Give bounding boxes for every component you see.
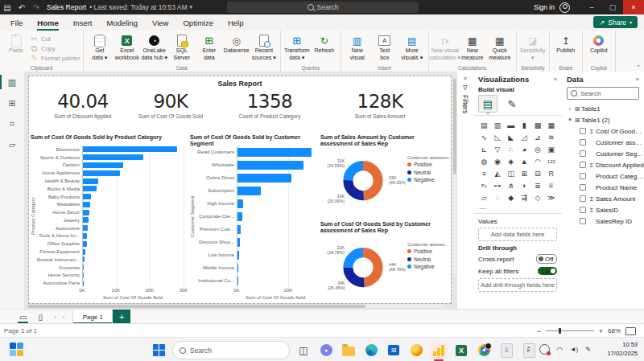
menu-tab-modeling[interactable]: Modeling <box>99 14 145 31</box>
matrix-icon[interactable]: ⊟ <box>531 168 545 178</box>
bar[interactable] <box>83 162 123 168</box>
legend-item[interactable]: Neutral <box>407 256 448 262</box>
legend-item[interactable]: Negative <box>407 177 452 183</box>
filters-pane-collapsed[interactable]: « ∇ Filters <box>457 72 474 312</box>
pen-icon[interactable]: ✎ <box>585 346 591 353</box>
azure-map-icon[interactable]: ▲ <box>518 156 531 166</box>
map-icon[interactable]: ◍ <box>477 156 491 166</box>
bar[interactable] <box>83 146 177 152</box>
report-page[interactable]: Sales Report 40.04Sum of Discount Applie… <box>29 76 451 303</box>
page-tab[interactable]: Page 1 <box>72 310 113 324</box>
tray-expand-icon[interactable]: ⌃ <box>526 346 532 354</box>
bar[interactable] <box>237 238 240 247</box>
goals-icon[interactable]: ♕ <box>544 180 558 191</box>
r-script-icon[interactable]: R <box>544 168 558 178</box>
excel-icon[interactable]: X <box>452 342 470 359</box>
clustered-column-chart-icon[interactable]: ▮ <box>518 120 531 130</box>
save-icon[interactable]: ▤ <box>0 3 14 12</box>
paginated-report-icon[interactable]: ▱ <box>477 192 491 203</box>
chrome-icon[interactable] <box>475 342 493 359</box>
taskbar-clock[interactable]: 10:53 17/02/2025 <box>607 341 638 359</box>
global-search-input[interactable]: Search <box>227 2 419 13</box>
drill-through-field-well[interactable]: Add drill-through fields here <box>478 278 557 292</box>
zoom-out-button[interactable]: − <box>536 327 540 335</box>
get-data-button[interactable]: Getdata ▾ <box>86 32 114 62</box>
field-row[interactable]: ΣProduct Name <box>562 182 644 193</box>
field-checkbox[interactable] <box>580 207 586 213</box>
bar[interactable] <box>83 170 120 176</box>
bar[interactable] <box>83 186 97 191</box>
firefox-icon[interactable] <box>407 342 425 359</box>
kpi-card[interactable]: 90KSum of Cost Of Goods Sold <box>122 92 219 119</box>
file-explorer-icon[interactable] <box>340 342 357 359</box>
line-stacked-column-chart-icon[interactable]: ◿ <box>518 132 531 142</box>
zoom-slider[interactable] <box>546 330 594 331</box>
transform-data-button[interactable]: ⊞Transformdata ▾ <box>283 32 311 62</box>
table-icon[interactable]: ⊞ <box>518 168 531 178</box>
menu-tab-file[interactable]: File <box>3 14 30 31</box>
menu-tab-insert[interactable]: Insert <box>66 14 100 31</box>
bar[interactable] <box>83 249 85 255</box>
donut-chart-visual[interactable]: Sum of Sales Amount by Customer assessme… <box>320 134 451 219</box>
bar[interactable] <box>237 264 238 273</box>
extra-visual-icon[interactable]: ◇ <box>531 192 545 203</box>
sign-in-button[interactable]: Sign in <box>534 3 555 11</box>
waterfall-chart-icon[interactable]: ⊾ <box>477 144 491 154</box>
bar[interactable] <box>83 281 84 286</box>
new-visual-button[interactable]: ▥Newvisual <box>344 32 371 62</box>
collapse-ribbon-icon[interactable]: ⌃ <box>636 64 641 71</box>
multi-row-card-icon[interactable]: ≡ <box>477 168 491 178</box>
table-view-button[interactable]: ⊞ <box>0 92 24 113</box>
field-checkbox[interactable] <box>580 218 586 224</box>
canvas-vertical-scrollbar[interactable] <box>453 76 456 277</box>
mobile-layout-button[interactable]: ▯ <box>36 313 44 322</box>
table-row-table12[interactable]: ▾⊞ Table1 (2) <box>562 114 644 125</box>
100-stacked-bar-chart-icon[interactable]: ▩ <box>531 120 545 130</box>
more-visuals-button[interactable]: ▤Morevisuals ▾ <box>398 32 426 62</box>
bar[interactable] <box>237 199 243 208</box>
stacked-area-chart-icon[interactable]: ◣ <box>504 132 518 142</box>
values-field-well[interactable]: Add data fields here <box>478 228 557 241</box>
title-dropdown-chevron-icon[interactable]: ▾ <box>190 4 193 10</box>
menu-tab-help[interactable]: Help <box>221 14 251 31</box>
share-button[interactable]: ↗ Share ▾ <box>593 16 638 28</box>
format-visual-mode-button[interactable]: ✎ <box>502 95 522 113</box>
undo-icon[interactable]: ↶ <box>14 3 29 12</box>
legend-item[interactable]: Positive <box>407 162 452 167</box>
maximize-button[interactable]: ▢ <box>602 0 623 14</box>
chevron-down-icon[interactable]: ▾ <box>567 117 573 123</box>
field-checkbox[interactable] <box>580 184 586 191</box>
build-visual-mode-button[interactable]: ▤ <box>478 95 497 113</box>
key-influencers-icon[interactable]: ⊶ <box>491 180 505 191</box>
field-checkbox[interactable] <box>580 139 586 146</box>
model-view-button[interactable]: ⌗ <box>0 113 24 134</box>
microsoft-store-icon[interactable]: ⊞ <box>385 342 402 359</box>
copilot-button[interactable]: Copilot <box>585 32 613 55</box>
treemap-icon[interactable]: ▣ <box>544 144 558 154</box>
bar[interactable] <box>83 265 84 270</box>
bar[interactable] <box>83 241 87 247</box>
taskbar-search-input[interactable]: Search <box>172 341 290 359</box>
bar[interactable] <box>83 202 90 207</box>
scatter-chart-icon[interactable]: ∴ <box>504 144 518 154</box>
field-row[interactable]: ΣCost Of Goods ... <box>562 125 644 137</box>
widgets-icon[interactable] <box>10 343 24 357</box>
bar[interactable] <box>237 225 241 234</box>
get-more-visuals-icon[interactable]: ≫ <box>544 192 558 203</box>
cross-report-toggle[interactable]: Off <box>536 254 557 264</box>
next-page-arrow[interactable]: › <box>63 314 65 321</box>
zoom-in-button[interactable]: + <box>599 327 603 335</box>
qa-icon[interactable]: ◗ <box>518 180 531 191</box>
bar[interactable] <box>83 273 84 278</box>
excel-workbook-button[interactable]: XExcelworkbook <box>114 32 141 62</box>
pie-chart-icon[interactable]: ◕ <box>518 144 531 154</box>
bar[interactable] <box>237 212 242 221</box>
menu-tab-optimize[interactable]: Optimize <box>175 14 220 31</box>
field-checkbox[interactable] <box>580 162 586 168</box>
menu-tab-view[interactable]: View <box>145 14 175 31</box>
power-apps-icon[interactable]: ◆ <box>504 192 518 203</box>
field-checkbox[interactable] <box>580 150 586 157</box>
data-search-input[interactable]: Search <box>567 87 639 100</box>
clustered-bar-chart-icon[interactable]: ▬ <box>504 120 518 130</box>
kpi-icon[interactable]: ◭ <box>491 168 505 178</box>
